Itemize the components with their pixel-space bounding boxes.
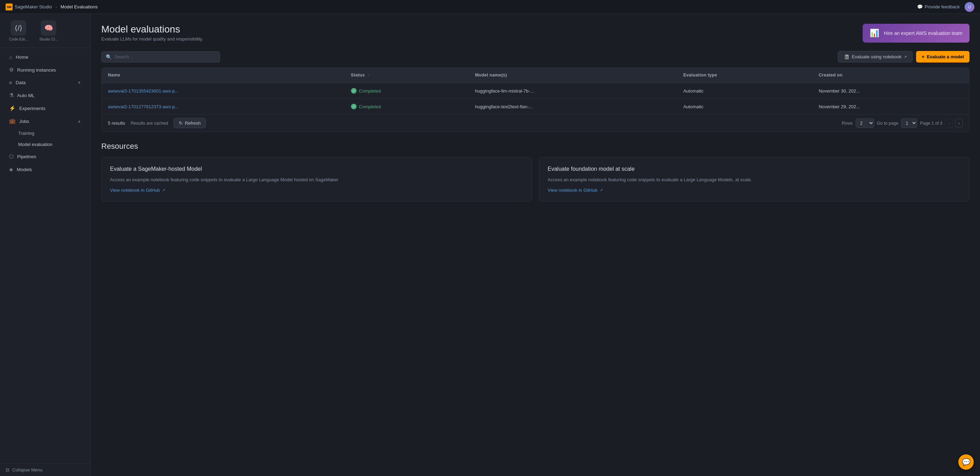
sidebar-item-code-editor[interactable]: ⟨/⟩ Code Edi...: [6, 18, 32, 44]
studio-classic-label: Studio Cl...: [39, 37, 58, 41]
breadcrumb-chevron: ›: [56, 4, 57, 10]
status-label-1: Completed: [359, 88, 381, 94]
nav-data-label: Data: [16, 80, 26, 85]
rows-select[interactable]: 2 5 10 25: [856, 118, 874, 128]
refresh-icon: ↻: [179, 121, 183, 126]
refresh-button[interactable]: ↻ Refresh: [173, 118, 206, 128]
cell-status-1: ✓ Completed: [345, 83, 469, 99]
sidebar-item-model-evaluation[interactable]: Model evaluation: [3, 139, 88, 150]
feedback-label: Provide feedback: [925, 4, 960, 10]
topbar-right: 💬 Provide feedback U: [917, 2, 974, 12]
chat-icon: 💬: [962, 458, 970, 466]
refresh-label: Refresh: [185, 121, 201, 126]
evaluate-notebook-button[interactable]: 📓 Evaluate using notebook ↗: [838, 51, 913, 62]
cell-created-1: November 30, 202...: [812, 83, 969, 99]
rows-label: Rows: [842, 121, 853, 126]
page-title: Model evaluations: [101, 24, 203, 35]
external-icon-2: ↗: [600, 188, 603, 193]
prev-page-button[interactable]: ‹: [945, 119, 953, 127]
evaluations-table: Name Status ↑ Model name(s) Evaluation t…: [102, 68, 969, 114]
toolbar: 🔍 📓 Evaluate using notebook ↗ + Evaluate…: [101, 51, 969, 62]
evaluation-link-2[interactable]: awseval2-1701277612373-aws-p...: [108, 104, 178, 109]
sidebar-item-jobs[interactable]: 💼 Jobs ▲: [3, 115, 88, 127]
table-header-row: Name Status ↑ Model name(s) Evaluation t…: [102, 68, 969, 83]
auto-ml-icon: ⚗: [9, 92, 14, 99]
sidebar-item-pipelines[interactable]: ⬡ Pipelines: [3, 150, 88, 163]
topbar-brand: SM SageMaker Studio › Model Evaluations: [6, 3, 98, 11]
brand-name[interactable]: SageMaker Studio: [15, 4, 52, 10]
evaluate-model-button[interactable]: + Evaluate a model: [916, 51, 969, 62]
nav-models-label: Models: [17, 167, 32, 172]
page-header: Model evaluations Evaluate LLMs for mode…: [101, 24, 969, 43]
evaluation-link-1[interactable]: awseval3-1701355423601-aws-p...: [108, 88, 178, 94]
resource-card-desc-2: Access an example notebook featuring cod…: [547, 177, 961, 183]
home-icon: ⌂: [9, 54, 12, 60]
cell-model-1: huggingface-llm-mistral-7b-...: [469, 83, 677, 99]
model-evaluation-label: Model evaluation: [18, 142, 52, 147]
nav-running-label: Running instances: [17, 67, 56, 73]
external-link-icon: ↗: [904, 55, 907, 59]
status-dot-2: ✓: [351, 104, 356, 109]
sidebar-item-studio-classic[interactable]: 🧠 Studio Cl...: [36, 18, 62, 44]
col-model-names: Model name(s): [469, 68, 677, 83]
view-notebook-link-2[interactable]: View notebook in GitHub ↗: [547, 188, 961, 193]
code-editor-icon: ⟨/⟩: [11, 20, 26, 36]
cell-created-2: November 29, 202...: [812, 99, 969, 115]
topbar: SM SageMaker Studio › Model Evaluations …: [0, 0, 980, 14]
data-chevron-icon: ▼: [77, 80, 81, 85]
view-notebook-link-1[interactable]: View notebook in GitHub ↗: [110, 188, 523, 193]
cell-name-2: awseval2-1701277612373-aws-p...: [102, 99, 345, 115]
col-created-on: Created on: [812, 68, 969, 83]
avatar-initials: U: [968, 5, 971, 9]
col-eval-type: Evaluation type: [677, 68, 812, 83]
search-input[interactable]: [115, 54, 215, 59]
col-status[interactable]: Status ↑: [345, 68, 469, 83]
sidebar-item-experiments[interactable]: ⚡ Experiments: [3, 102, 88, 115]
sidebar: ⟨/⟩ Code Edi... 🧠 Studio Cl... ⌂ Home ⚙ …: [0, 14, 91, 476]
results-count: 5 results: [108, 121, 125, 126]
nav-jobs-label: Jobs: [19, 119, 29, 124]
resources-title: Resources: [101, 142, 969, 151]
search-box[interactable]: 🔍: [101, 51, 220, 62]
sidebar-item-models[interactable]: ◈ Models: [3, 163, 88, 176]
breadcrumb-page: Model Evaluations: [60, 4, 97, 10]
notebook-icon: 📓: [844, 54, 850, 59]
search-icon: 🔍: [106, 54, 112, 60]
next-page-button[interactable]: ›: [955, 119, 963, 127]
cached-text: Results are cached: [130, 121, 168, 126]
training-label: Training: [18, 131, 34, 136]
sidebar-icon-row: ⟨/⟩ Code Edi... 🧠 Studio Cl...: [0, 14, 91, 48]
sidebar-bottom: ⊟ Collapse Menu: [0, 463, 91, 476]
status-dot-1: ✓: [351, 88, 356, 94]
code-editor-label: Code Edi...: [9, 37, 28, 41]
studio-classic-icon: 🧠: [41, 20, 56, 36]
sagemaker-icon: SM: [6, 3, 13, 11]
sidebar-item-data[interactable]: ≡ Data ▼: [3, 76, 88, 89]
status-label-2: Completed: [359, 104, 381, 109]
evaluate-notebook-label: Evaluate using notebook: [852, 54, 901, 59]
status-completed-2: ✓ Completed: [351, 104, 463, 109]
page-subtitle: Evaluate LLMs for model quality and resp…: [101, 36, 203, 41]
page-select[interactable]: 1 2 3: [901, 118, 917, 128]
page-total: Page 1 of 3: [920, 121, 942, 126]
cell-eval-type-1: Automatic: [677, 83, 812, 99]
toolbar-right: 📓 Evaluate using notebook ↗ + Evaluate a…: [838, 51, 969, 62]
pagination-buttons: ‹ ›: [945, 119, 963, 127]
plus-icon: +: [922, 54, 924, 59]
pipelines-icon: ⬡: [9, 153, 14, 159]
collapse-menu-button[interactable]: ⊟ Collapse Menu: [6, 467, 43, 473]
view-notebook-label-1: View notebook in GitHub: [110, 188, 160, 193]
models-icon: ◈: [9, 166, 13, 172]
chat-bubble[interactable]: 💬: [958, 454, 974, 470]
resource-card-title-1: Evaluate a SageMaker-hosted Model: [110, 166, 523, 172]
sidebar-item-auto-ml[interactable]: ⚗ Auto ML: [3, 89, 88, 102]
table-footer: 5 results Results are cached ↻ Refresh R…: [102, 114, 969, 132]
sidebar-item-home[interactable]: ⌂ Home: [3, 51, 88, 63]
evaluate-model-label: Evaluate a model: [927, 54, 964, 59]
sidebar-item-training[interactable]: Training: [3, 128, 88, 139]
sidebar-item-running-instances[interactable]: ⚙ Running instances: [3, 64, 88, 76]
sort-icon: ↑: [368, 73, 370, 78]
avatar[interactable]: U: [965, 2, 974, 12]
feedback-button[interactable]: 💬 Provide feedback: [917, 4, 960, 10]
hire-expert-cta[interactable]: 📊 Hire an expert AWS evaluation team: [863, 24, 969, 43]
